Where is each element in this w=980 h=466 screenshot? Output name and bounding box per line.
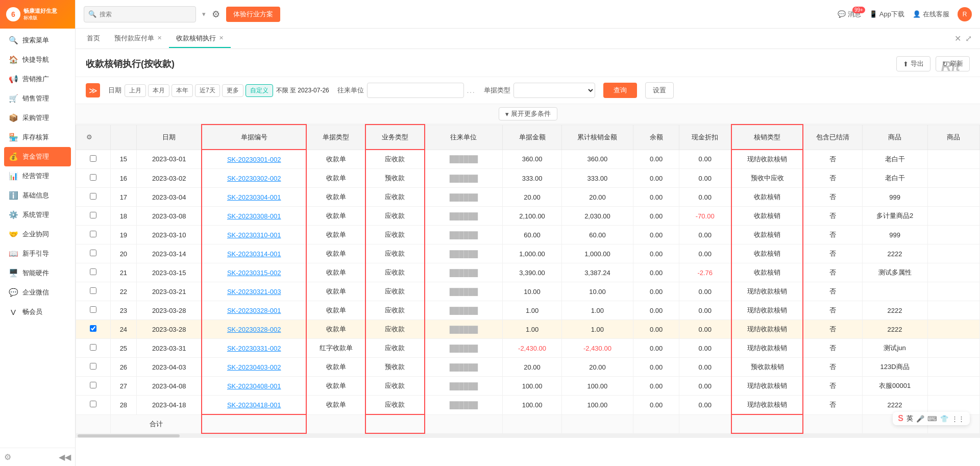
- sidebar-item-marketing[interactable]: 📢 营销推广: [0, 69, 75, 89]
- sidebar-item-inventory[interactable]: 🏪 库存核算: [0, 128, 75, 147]
- th-bill-no[interactable]: 单据编号: [202, 125, 306, 150]
- td-bill-no[interactable]: SK-20230331-002: [202, 339, 306, 358]
- td-checkbox[interactable]: [76, 377, 111, 396]
- td-checkbox[interactable]: [76, 244, 111, 263]
- sidebar-item-purchase[interactable]: 📦 采购管理: [0, 108, 75, 128]
- sidebar-item-business[interactable]: 📊 经营管理: [0, 166, 75, 186]
- td-checkbox[interactable]: [76, 207, 111, 226]
- th-cancel-type[interactable]: 核销类型: [731, 125, 803, 150]
- td-bill-no[interactable]: SK-20230308-001: [202, 207, 306, 226]
- td-bill-no[interactable]: SK-20230301-002: [202, 150, 306, 169]
- close-window-icon[interactable]: ✕: [954, 34, 961, 43]
- expand-more-button[interactable]: ▾ 展开更多条件: [499, 107, 557, 120]
- td-checkbox[interactable]: [76, 150, 111, 169]
- th-bill-type[interactable]: 单据类型: [306, 125, 365, 150]
- more-date-btn[interactable]: 更多: [222, 84, 243, 97]
- td-bill-no[interactable]: SK-20230418-001: [202, 396, 306, 415]
- td-index: 17: [110, 188, 136, 207]
- dots-icon[interactable]: ...: [467, 87, 476, 94]
- this-month-btn[interactable]: 本月: [148, 84, 169, 97]
- custom-date-btn[interactable]: 自定义: [246, 84, 273, 97]
- settings-bottom-icon[interactable]: ⚙: [4, 452, 11, 462]
- th-balance[interactable]: 余额: [633, 125, 679, 150]
- gear-icon[interactable]: ⚙: [212, 9, 220, 20]
- last-month-btn[interactable]: 上月: [125, 84, 146, 97]
- td-checkbox[interactable]: [76, 396, 111, 415]
- td-checkbox[interactable]: [76, 282, 111, 301]
- td-bill-no[interactable]: SK-20230302-002: [202, 169, 306, 188]
- tab-close-active-icon[interactable]: ✕: [219, 35, 224, 41]
- td-bill-no[interactable]: SK-20230328-001: [202, 301, 306, 320]
- td-bill-no[interactable]: SK-20230315-002: [202, 263, 306, 282]
- scroll-thumb[interactable]: [78, 434, 180, 437]
- td-date: 2023-03-28: [136, 320, 202, 339]
- collapse-sidebar-icon[interactable]: ◀◀: [59, 452, 71, 462]
- sidebar-item-quick-nav[interactable]: 🏠 快捷导航: [0, 50, 75, 69]
- sidebar-item-search[interactable]: 🔍 搜索菜单: [0, 31, 75, 50]
- td-bill-amount: 60.00: [503, 226, 561, 244]
- this-year-btn[interactable]: 本年: [172, 84, 193, 97]
- sidebar-item-label: 新手引导: [22, 249, 49, 258]
- message-button[interactable]: 💬 消息 99+: [838, 10, 861, 19]
- search-input[interactable]: [100, 11, 191, 18]
- th-include-settled[interactable]: 包含已结清: [803, 125, 862, 150]
- sidebar-item-member[interactable]: V 畅会员: [0, 302, 75, 322]
- td-checkbox[interactable]: [76, 301, 111, 320]
- avatar[interactable]: R: [958, 7, 972, 21]
- td-checkbox[interactable]: [76, 188, 111, 207]
- sidebar-item-system[interactable]: ⚙️ 系统管理: [0, 205, 75, 225]
- td-checkbox[interactable]: [76, 358, 111, 377]
- sidebar-item-wechat[interactable]: 💬 企业微信: [0, 283, 75, 302]
- bill-type-select[interactable]: [513, 83, 595, 98]
- solution-button[interactable]: 体验行业方案: [226, 7, 280, 22]
- td-checkbox[interactable]: [76, 339, 111, 358]
- service-button[interactable]: 👤 在线客服: [913, 10, 949, 19]
- td-product: 2222: [862, 320, 927, 339]
- tab-prepay[interactable]: 预付款应付单 ✕: [107, 30, 169, 48]
- sidebar-item-cooperation[interactable]: 🤝 企业协同: [0, 225, 75, 244]
- td-product2: [927, 226, 979, 244]
- sidebar-item-guide[interactable]: 📖 新手引导: [0, 244, 75, 263]
- th-biz-type[interactable]: 业务类型: [365, 125, 424, 150]
- tab-home[interactable]: 首页: [80, 30, 107, 48]
- th-accumulated-cancel[interactable]: 累计核销金额: [561, 125, 633, 150]
- th-product[interactable]: 商品: [862, 125, 927, 150]
- topbar-search-box[interactable]: 🔍: [84, 6, 196, 22]
- sidebar-item-hardware[interactable]: 🖥️ 智能硬件: [0, 263, 75, 283]
- app-download-button[interactable]: 📱 App下载: [869, 10, 904, 19]
- export-button[interactable]: ⬆ 导出: [896, 56, 930, 71]
- filter-expand-button[interactable]: ≫: [86, 83, 100, 97]
- sidebar-item-basic[interactable]: ℹ️ 基础信息: [0, 186, 75, 205]
- sidebar-item-sales[interactable]: 🛒 销售管理: [0, 89, 75, 108]
- td-biz-type: 应收款: [365, 320, 424, 339]
- chevron-down-icon[interactable]: ▾: [202, 10, 206, 18]
- counterpart-input[interactable]: [367, 83, 464, 98]
- td-bill-no[interactable]: SK-20230321-003: [202, 282, 306, 301]
- th-product2[interactable]: 商品: [927, 125, 979, 150]
- last-7days-btn[interactable]: 近7天: [195, 84, 220, 97]
- horizontal-scrollbar[interactable]: [76, 434, 980, 438]
- th-bill-amount[interactable]: 单据金额: [503, 125, 561, 150]
- th-counterpart[interactable]: 往来单位: [425, 125, 503, 150]
- column-settings-icon[interactable]: ⚙: [82, 130, 96, 144]
- maximize-window-icon[interactable]: ⤢: [965, 34, 972, 43]
- td-checkbox[interactable]: [76, 320, 111, 339]
- td-bill-no[interactable]: SK-20230328-002: [202, 320, 306, 339]
- td-bill-no[interactable]: SK-20230310-001: [202, 226, 306, 244]
- td-checkbox[interactable]: [76, 263, 111, 282]
- td-checkbox[interactable]: [76, 169, 111, 188]
- td-bill-no[interactable]: SK-20230314-001: [202, 244, 306, 263]
- th-cash-discount[interactable]: 现金折扣: [679, 125, 731, 150]
- tab-close-icon[interactable]: ✕: [157, 35, 162, 41]
- query-button[interactable]: 查询: [603, 83, 637, 98]
- td-bill-no[interactable]: SK-20230408-001: [202, 377, 306, 396]
- settings-button[interactable]: 设置: [645, 82, 674, 99]
- td-bill-no[interactable]: SK-20230304-001: [202, 188, 306, 207]
- td-biz-type: 预收款: [365, 358, 424, 377]
- td-checkbox[interactable]: [76, 226, 111, 244]
- th-date[interactable]: 日期: [136, 125, 202, 150]
- tab-collection[interactable]: 收款核销执行 ✕: [169, 30, 231, 48]
- sidebar-item-finance[interactable]: 💰 资金管理: [4, 147, 71, 166]
- td-bill-no[interactable]: SK-20230403-002: [202, 358, 306, 377]
- th-settings[interactable]: ⚙: [76, 125, 111, 150]
